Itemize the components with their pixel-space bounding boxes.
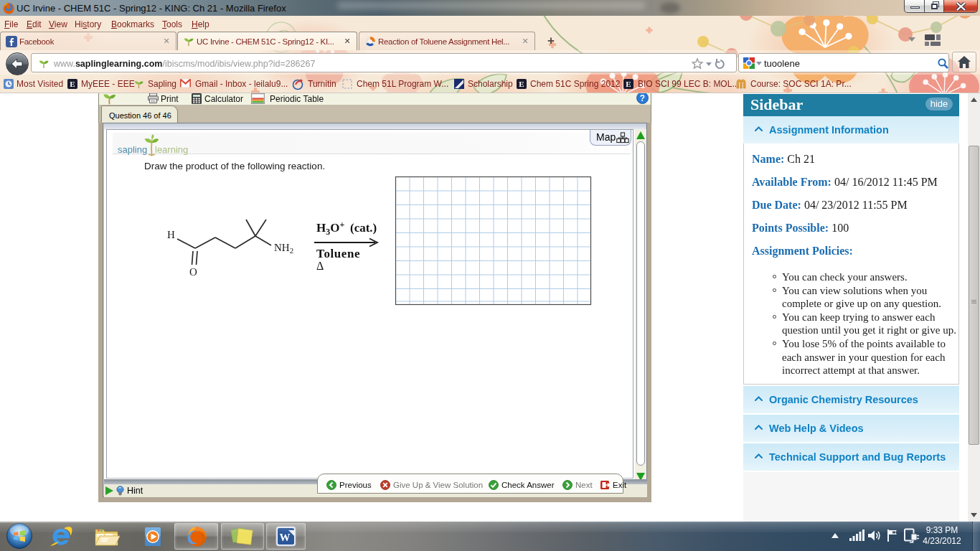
svg-text:H: H (167, 229, 175, 240)
svg-text:E: E (626, 80, 631, 88)
svg-text:E: E (519, 80, 524, 88)
svg-text:NH2: NH2 (274, 242, 293, 255)
svg-text:?: ? (640, 93, 645, 103)
svg-text:Toluene: Toluene (316, 247, 360, 260)
svg-text:E: E (70, 80, 75, 88)
svg-text:O: O (189, 266, 197, 278)
svg-text:(cat.): (cat.) (350, 221, 377, 235)
svg-text:H3O+: H3O+ (316, 220, 344, 237)
svg-text:W: W (280, 532, 291, 543)
svg-text:Δ: Δ (316, 260, 324, 272)
